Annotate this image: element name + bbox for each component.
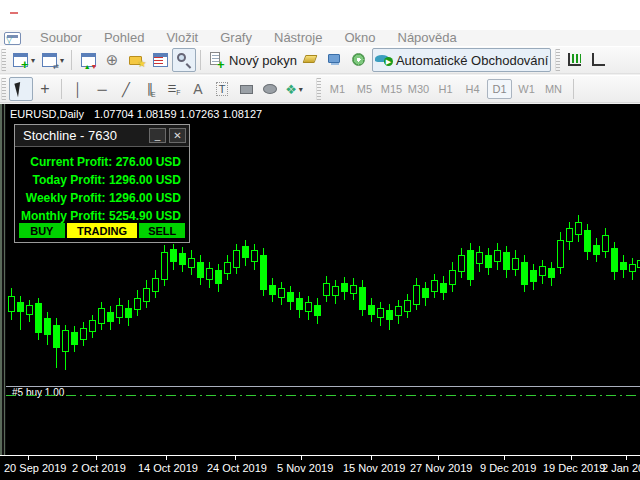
menu-soubor[interactable]: Soubor: [29, 30, 93, 46]
axis-tick: [28, 456, 29, 460]
horizontal-line-icon: ─: [97, 82, 106, 97]
buy-button[interactable]: BUY: [19, 223, 65, 238]
candle: [35, 298, 42, 340]
menu-napoveda[interactable]: Nápověda: [387, 30, 468, 46]
market-watch-button[interactable]: ▲▼: [76, 48, 100, 72]
timeframe-h1[interactable]: H1: [433, 79, 458, 99]
market-button[interactable]: [324, 48, 348, 72]
price-line: [6, 386, 640, 387]
window-edge-grip[interactable]: [0, 104, 6, 456]
arrows-tool-button[interactable]: ❖▾: [282, 77, 306, 101]
rectangle-tool-button[interactable]: [234, 77, 258, 101]
timeframe-mn[interactable]: MN: [541, 79, 566, 99]
panel-close-button[interactable]: ✕: [169, 128, 186, 143]
timeframe-m1[interactable]: M1: [325, 79, 350, 99]
candle: [575, 215, 582, 242]
terminal-icon: [152, 52, 169, 68]
vertical-line-button[interactable]: │: [66, 77, 90, 101]
menu-pohled[interactable]: Pohled: [93, 30, 155, 46]
menu-nastroje[interactable]: Nástroje: [263, 30, 333, 46]
candle: [44, 312, 51, 345]
candle: [116, 298, 123, 324]
text-icon: A: [193, 81, 202, 97]
candle: [143, 280, 150, 308]
strategy-tester-button[interactable]: [172, 48, 196, 72]
chart-area[interactable]: EURUSD,Daily1.07704 1.08159 1.07263 1.08…: [0, 104, 640, 480]
candle: [251, 244, 258, 270]
toolbar-grip[interactable]: [555, 49, 560, 71]
new-chart-icon: +: [12, 52, 29, 68]
new-order-button[interactable]: + Nový pokyn: [205, 48, 300, 72]
candle: [161, 245, 168, 286]
autotrading-button[interactable]: Automatické Obchodování: [372, 48, 551, 72]
profit-row: Weekly Profit: 1296.00 USD: [15, 189, 181, 207]
toolbar-grip[interactable]: [1, 78, 6, 100]
crosshair-tool-button[interactable]: +: [33, 77, 57, 101]
navigator-button[interactable]: ★: [124, 48, 148, 72]
text-tool-button[interactable]: A: [186, 77, 210, 101]
horizontal-line-button[interactable]: ─: [90, 77, 114, 101]
signals-button[interactable]: [348, 48, 372, 72]
toolbar-grip[interactable]: [1, 49, 6, 71]
candle: [8, 288, 15, 320]
cursor-tool-button[interactable]: [9, 77, 33, 101]
candle: [53, 318, 60, 368]
market-watch-icon: ▲▼: [80, 52, 97, 68]
candle: [476, 246, 483, 272]
trading-button[interactable]: TRADING: [67, 223, 138, 238]
ellipse-tool-button[interactable]: [258, 77, 282, 101]
stochline-panel: Stochline - 7630 _ ✕ Current Profit: 276…: [14, 124, 190, 243]
candle: [188, 250, 195, 275]
timeframe-m15[interactable]: M15: [379, 79, 404, 99]
axis-date-label: 19 Dec 2019: [543, 462, 605, 474]
panel-titlebar[interactable]: Stochline - 7630 _ ✕: [15, 125, 189, 147]
candle: [512, 250, 519, 276]
candle: [17, 296, 24, 330]
candle: [620, 255, 627, 278]
sell-button[interactable]: SELL: [139, 223, 185, 238]
channel-button[interactable]: ∥E: [138, 77, 162, 101]
rectangle-icon: [240, 85, 253, 94]
trendline-button[interactable]: ╱: [114, 77, 138, 101]
metaeditor-button[interactable]: [300, 48, 324, 72]
candle: [494, 243, 501, 270]
candle: [377, 302, 384, 326]
timeframe-w1[interactable]: W1: [514, 79, 539, 99]
open-order-line[interactable]: [6, 395, 640, 396]
axis-tick: [235, 456, 236, 460]
candle: [233, 244, 240, 274]
axis-date-label: 24 Oct 2019: [207, 462, 267, 474]
tester-magnifier-icon: [176, 52, 193, 68]
bar-chart-button[interactable]: [563, 48, 587, 72]
axis-tick: [166, 456, 167, 460]
timeframe-m30[interactable]: M30: [406, 79, 431, 99]
time-axis[interactable]: 20 Sep 20192 Oct 201914 Oct 201924 Oct 2…: [0, 455, 640, 480]
profiles-button[interactable]: ⇄ ▾: [38, 48, 67, 72]
panel-minimize-button[interactable]: _: [149, 128, 166, 143]
candle: [179, 247, 186, 272]
chevron-down-icon: ▾: [60, 56, 64, 65]
axis-date-label: 27 Nov 2019: [410, 462, 472, 474]
candle: [458, 248, 465, 278]
text-label-button[interactable]: T: [210, 77, 234, 101]
toolbar-separator: [573, 79, 574, 99]
menu-vlozit[interactable]: Vložit: [155, 30, 209, 46]
timeframe-h4[interactable]: H4: [460, 79, 485, 99]
menu-grafy[interactable]: Grafy: [209, 30, 263, 46]
terminal-button[interactable]: [148, 48, 172, 72]
toolbar-grip[interactable]: [316, 78, 321, 100]
candle: [548, 262, 555, 286]
timeframe-m5[interactable]: M5: [352, 79, 377, 99]
data-window-button[interactable]: ⊕: [100, 48, 124, 72]
fibonacci-button[interactable]: ☰F: [162, 77, 186, 101]
app-icon: [4, 32, 21, 45]
candlestick-chart-button[interactable]: [587, 48, 611, 72]
candle: [332, 280, 339, 304]
candle: [503, 246, 510, 278]
new-chart-button[interactable]: + ▾: [9, 48, 38, 72]
candle: [611, 242, 618, 280]
crosshair-icon: +: [40, 80, 49, 98]
axis-tick: [96, 456, 97, 460]
menu-okno[interactable]: Okno: [333, 30, 386, 46]
timeframe-d1[interactable]: D1: [487, 79, 512, 99]
